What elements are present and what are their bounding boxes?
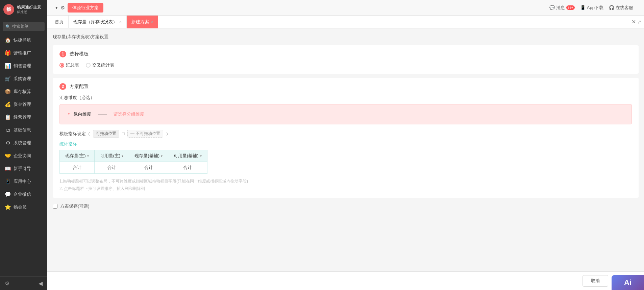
- sidebar-item-wechat[interactable]: 💬 企业微信: [0, 188, 47, 201]
- sidebar-item-inventory[interactable]: 📦 库存核算: [0, 85, 47, 98]
- indicator-settings: 模板指标设定（ 可拖动位置 □ 不可拖动位置 ）: [59, 130, 632, 138]
- sidebar-item-label: 快捷导航: [14, 37, 31, 43]
- cell-1-2: 合计: [94, 162, 129, 174]
- message-label: 消息: [556, 5, 565, 11]
- tabs-expand-button[interactable]: ⤢: [637, 19, 641, 25]
- tab-home-label: 首页: [55, 19, 64, 25]
- sidebar-item-label: 应用中心: [14, 178, 31, 185]
- tips-section: 1.拖动标题栏可以调整布局，不可跨维度或指标区域拖动栏目字段(只能在同一维度或指…: [59, 178, 632, 192]
- sidebar-item-member[interactable]: ⭐ 畅会员: [0, 201, 47, 214]
- non-draggable-dash: [130, 134, 134, 134]
- tab-home[interactable]: 首页: [50, 16, 69, 28]
- dimension-label: 纵向维度: [74, 111, 91, 117]
- dimension-dash: ——: [98, 112, 107, 117]
- indicator-settings-suffix: ）: [166, 131, 170, 137]
- trial-button[interactable]: 体验行业方案: [68, 3, 103, 13]
- handshake-icon: 🤝: [5, 153, 11, 159]
- stats-table-body: 合计 合计 合计 合计: [60, 162, 207, 174]
- dimension-placeholder[interactable]: 请选择分组维度: [114, 111, 144, 117]
- step1-header: 1 选择模板: [59, 51, 632, 57]
- sidebar-item-quick-nav[interactable]: 🏠 快捷导航: [0, 34, 47, 47]
- step2-header: 2 方案配置: [59, 83, 632, 90]
- sidebar-item-system[interactable]: ⚙ 系统管理: [0, 137, 47, 149]
- app-download-button[interactable]: 📱 App下载: [580, 5, 603, 11]
- tab-inventory-label: 现存量（库存状况表）: [73, 19, 117, 25]
- sidebar-item-management[interactable]: 📋 经营管理: [0, 111, 47, 124]
- search-label: 搜索菜单: [12, 24, 28, 29]
- tip-2: 2. 点击标题栏下拉可设置排序、插入列和删除列: [59, 185, 632, 193]
- cell-1-1: 合计: [60, 162, 95, 174]
- col-dropdown-1: 现存量(主) ▾: [65, 153, 89, 159]
- ai-badge[interactable]: Ai: [612, 275, 644, 290]
- tab-inventory[interactable]: 现存量（库存状况表） ×: [69, 16, 127, 28]
- sidebar-item-label: 经营管理: [14, 114, 31, 120]
- step2-title: 方案配置: [70, 83, 89, 90]
- required-mark: *: [68, 112, 70, 117]
- col-header-3[interactable]: 现存量(基辅) ▾: [129, 150, 168, 162]
- sidebar-item-basic[interactable]: 🗂 基础信息: [0, 124, 47, 137]
- col2-label: 可用量(主): [100, 153, 121, 159]
- save-label: 方案保存(可选): [60, 203, 90, 209]
- settings-icon[interactable]: ⚙: [5, 280, 9, 287]
- tabs-close-button[interactable]: ✕: [631, 19, 636, 25]
- step2-card: 2 方案配置 汇总维度（必选） * 纵向维度 —— 请选择分组维度 模板指标设定…: [53, 78, 639, 198]
- sidebar-logo: 畅 畅康通好生意 标准版: [0, 0, 47, 19]
- clipboard-icon: 📋: [5, 114, 11, 120]
- sidebar-search[interactable]: 🔍 搜索菜单: [3, 22, 45, 31]
- cell-1-3: 合计: [129, 162, 168, 174]
- topbar-dropdown[interactable]: ▾: [55, 5, 58, 10]
- dimension-row: * 纵向维度 —— 请选择分组维度: [68, 111, 623, 117]
- col1-label: 现存量(主): [65, 153, 86, 159]
- service-button[interactable]: 🎧 在线客服: [609, 5, 633, 11]
- topbar: ▾ ⚙ 体验行业方案 💬 消息 99+ 📱 App下载 🎧 在线客服: [47, 0, 644, 16]
- sidebar-item-marketing[interactable]: 🎁 营销推广: [0, 47, 47, 59]
- col-dropdown-2: 可用量(主) ▾: [100, 153, 124, 159]
- draggable-badge: 可拖动位置: [93, 130, 119, 138]
- col3-label: 现存量(基辅): [134, 153, 159, 159]
- message-button[interactable]: 💬 消息 99+: [549, 5, 575, 11]
- step1-card: 1 选择模板 汇总表 交叉统计表: [53, 45, 639, 74]
- tab-new-label: 新建方案: [131, 19, 149, 25]
- gear-nav-icon: ⚙: [5, 140, 11, 146]
- indicator-separator: □: [122, 131, 125, 136]
- sidebar-item-guide[interactable]: 📖 新手引导: [0, 162, 47, 175]
- stats-label: 统计指标: [59, 141, 632, 147]
- sidebar-item-label: 采购管理: [14, 76, 31, 82]
- collapse-icon[interactable]: ◀: [39, 280, 43, 287]
- radio-summary[interactable]: 汇总表: [59, 62, 79, 68]
- col-dropdown-4: 可用量(基辅) ▾: [174, 153, 202, 159]
- app-icon: 📱: [580, 5, 586, 10]
- dimension-box: * 纵向维度 —— 请选择分组维度: [59, 104, 632, 124]
- tip-text-2: 2. 点击标题栏下拉可设置排序、插入列和删除列: [59, 185, 145, 193]
- template-radio-group: 汇总表 交叉统计表: [59, 62, 632, 68]
- sidebar-item-appstore[interactable]: 📱 应用中心: [0, 175, 47, 188]
- sidebar-item-purchase[interactable]: 🛒 采购管理: [0, 72, 47, 85]
- sidebar: 畅 畅康通好生意 标准版 🔍 搜索菜单 🏠 快捷导航 🎁 营销推广 📊 销售管理…: [0, 0, 47, 290]
- radio-cross[interactable]: 交叉统计表: [86, 62, 114, 68]
- headphone-icon: 🎧: [609, 5, 614, 10]
- tab-new-plan[interactable]: 新建方案 ×: [127, 16, 158, 28]
- sidebar-item-label: 销售管理: [14, 63, 31, 69]
- save-checkbox[interactable]: [53, 204, 57, 209]
- tab-new-close[interactable]: ×: [151, 20, 153, 24]
- sidebar-item-finance[interactable]: 💰 资金管理: [0, 98, 47, 111]
- sidebar-nav: 🏠 快捷导航 🎁 营销推广 📊 销售管理 🛒 采购管理 📦 库存核算 💰 资金管…: [0, 34, 47, 276]
- topbar-gear-icon[interactable]: ⚙: [60, 5, 65, 11]
- config-section: 汇总维度（必选） * 纵向维度 —— 请选择分组维度 模板指标设定（ 可拖动位置…: [59, 95, 632, 192]
- phone-icon: 📱: [5, 178, 11, 185]
- non-draggable-badge: 不可拖动位置: [127, 130, 163, 138]
- message-icon: 💬: [549, 5, 555, 10]
- col-header-2[interactable]: 可用量(主) ▾: [94, 150, 129, 162]
- cancel-button[interactable]: 取消: [583, 275, 608, 287]
- col-header-4[interactable]: 可用量(基辅) ▾: [168, 150, 207, 162]
- col-header-1[interactable]: 现存量(主) ▾: [60, 150, 95, 162]
- sidebar-item-sales[interactable]: 📊 销售管理: [0, 59, 47, 72]
- tab-inventory-close[interactable]: ×: [119, 20, 122, 24]
- main-area: ▾ ⚙ 体验行业方案 💬 消息 99+ 📱 App下载 🎧 在线客服: [47, 0, 644, 290]
- chart-icon: 📊: [5, 63, 11, 69]
- tip-text-1: 1.拖动标题栏可以调整布局，不可跨维度或指标区域拖动栏目字段(只能在同一维度或指…: [59, 178, 248, 185]
- gift-icon: 🎁: [5, 50, 11, 56]
- sidebar-item-cooperation[interactable]: 🤝 企业协同: [0, 149, 47, 162]
- tip-1: 1.拖动标题栏可以调整布局，不可跨维度或指标区域拖动栏目字段(只能在同一维度或指…: [59, 178, 632, 185]
- topbar-right: 💬 消息 99+ 📱 App下载 🎧 在线客服: [549, 5, 639, 11]
